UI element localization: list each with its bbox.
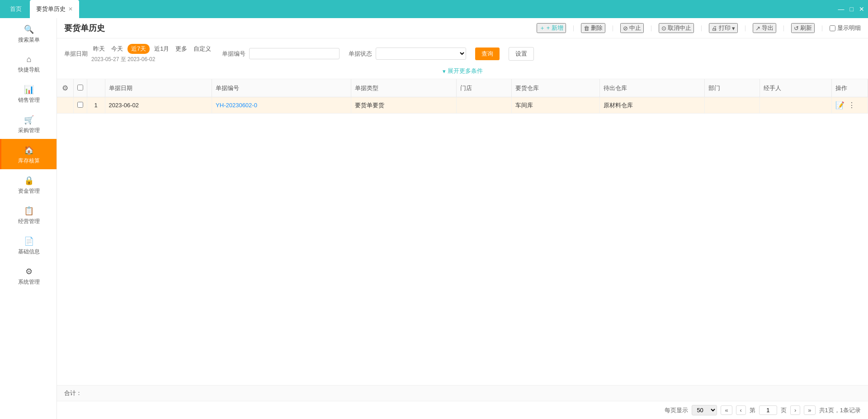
new-button[interactable]: ＋ + 新增 xyxy=(537,23,566,33)
display-detail-toggle[interactable]: 显示明细 xyxy=(830,24,861,32)
date-opt-today[interactable]: 今天 xyxy=(109,44,125,53)
new-label: + 新增 xyxy=(547,24,563,32)
row-type-cell: 要货单要货 xyxy=(351,97,456,114)
maximize-icon[interactable]: □ xyxy=(850,5,854,13)
divider7: ｜ xyxy=(819,24,825,32)
date-opt-custom[interactable]: 自定义 xyxy=(192,44,213,53)
date-opt-yesterday[interactable]: 昨天 xyxy=(91,44,107,53)
row-department-cell xyxy=(705,97,760,114)
col-store-header: 门店 xyxy=(456,79,511,97)
refresh-icon: ↺ xyxy=(794,25,799,32)
divider6: ｜ xyxy=(781,24,787,32)
tab-order-history[interactable]: 要货单历史 ✕ xyxy=(30,0,79,18)
delete-icon: 🗑 xyxy=(584,25,590,32)
next-page-button[interactable]: › xyxy=(790,405,800,415)
sidebar-item-finance[interactable]: 🔒 资金管理 xyxy=(0,169,57,200)
sidebar-label-basicinfo: 基础信息 xyxy=(18,248,40,256)
settings-button[interactable]: 设置 xyxy=(509,47,534,61)
close-icon[interactable]: ✕ xyxy=(859,5,864,13)
display-detail-checkbox[interactable] xyxy=(830,25,835,31)
col-waitwarehouse-header: 待出仓库 xyxy=(600,79,705,97)
sidebar-item-sales[interactable]: 📊 销售管理 xyxy=(0,78,57,109)
filter-row: 单据日期 昨天 今天 近7天 近1月 更多 自定义 2023-05-27 至 2… xyxy=(64,44,861,63)
table-container: ⚙ 单据日期 单据编号 xyxy=(57,79,868,385)
date-filter-group: 单据日期 昨天 今天 近7天 近1月 更多 自定义 2023-05-27 至 2… xyxy=(64,44,213,63)
current-page-input[interactable]: 1 xyxy=(759,405,777,415)
print-button[interactable]: 🖨 打印 ▾ xyxy=(709,23,738,33)
refresh-button[interactable]: ↺ 刷新 xyxy=(791,23,815,33)
status-label: 单据状态 xyxy=(349,50,372,58)
sales-icon: 📊 xyxy=(24,85,34,95)
row-num: 1 xyxy=(94,102,97,109)
delete-label: 删除 xyxy=(591,24,603,32)
row-actions: 📝 ⋮ xyxy=(835,101,864,110)
first-page-button[interactable]: « xyxy=(721,405,732,415)
prev-page-button[interactable]: ‹ xyxy=(736,405,746,415)
search-button[interactable]: 查询 xyxy=(475,48,500,60)
col-settings-icon[interactable]: ⚙ xyxy=(62,84,68,92)
divider5: ｜ xyxy=(742,24,748,32)
purchase-icon: 🛒 xyxy=(24,115,34,125)
sidebar-label-sales: 销售管理 xyxy=(18,96,40,104)
divider1: ｜ xyxy=(571,24,576,32)
sidebar-item-basicinfo[interactable]: 📄 基础信息 xyxy=(0,230,57,260)
select-all-checkbox[interactable] xyxy=(77,85,83,90)
sidebar-item-search[interactable]: 🔍 搜索菜单 xyxy=(0,18,57,48)
col-ordernum-header: 单据编号 xyxy=(212,79,351,97)
page-header: 要货单历史 ＋ + 新增 ｜ 🗑 删除 ｜ ⊘ 中止 ｜ ⊙ xyxy=(57,18,868,38)
per-page-label: 每页显示 xyxy=(665,406,688,414)
print-dropdown-icon: ▾ xyxy=(732,25,735,32)
system-icon: ⚙ xyxy=(25,267,33,276)
basicinfo-icon: 📄 xyxy=(24,236,34,246)
sidebar-item-operation[interactable]: 📋 经营管理 xyxy=(0,200,57,230)
cancel-suspend-button[interactable]: ⊙ 取消中止 xyxy=(659,23,694,33)
row-more-icon[interactable]: ⋮ xyxy=(848,101,855,110)
tab-order-history-label: 要货单历史 xyxy=(36,5,66,13)
tab-close-icon[interactable]: ✕ xyxy=(68,6,73,12)
tab-home[interactable]: 首页 xyxy=(4,0,28,18)
minimize-icon[interactable]: — xyxy=(838,5,844,13)
tab-home-label: 首页 xyxy=(10,5,22,13)
sidebar-label-inventory: 库存核算 xyxy=(18,157,40,165)
page-prefix-label: 第 xyxy=(750,406,755,414)
row-reqwarehouse: 车间库 xyxy=(515,102,533,109)
status-select[interactable] xyxy=(376,48,466,60)
divider3: ｜ xyxy=(648,24,654,32)
export-icon: ↗ xyxy=(755,25,760,32)
delete-button[interactable]: 🗑 删除 xyxy=(581,23,605,33)
last-page-button[interactable]: » xyxy=(804,405,815,415)
date-range-display: 2023-05-27 至 2023-06-02 xyxy=(91,56,213,63)
sidebar-item-system[interactable]: ⚙ 系统管理 xyxy=(0,260,57,290)
sidebar: 🔍 搜索菜单 ⌂ 快捷导航 📊 销售管理 🛒 采购管理 🏠 库存核算 🔒 资金管… xyxy=(0,18,57,419)
expand-more-btn[interactable]: ▾ 展开更多条件 xyxy=(64,67,861,75)
sidebar-item-inventory[interactable]: 🏠 库存核算 xyxy=(0,139,57,169)
sidebar-item-purchase[interactable]: 🛒 采购管理 xyxy=(0,109,57,139)
order-num-input[interactable] xyxy=(249,48,340,59)
date-filter-label: 单据日期 xyxy=(64,50,88,58)
expand-more-label: 展开更多条件 xyxy=(448,67,483,75)
per-page-select[interactable]: 10 20 50 100 xyxy=(692,405,717,415)
total-info: 共1页，1条记录 xyxy=(819,406,861,414)
date-opt-1month[interactable]: 近1月 xyxy=(152,44,171,53)
row-ordernum-link[interactable]: YH-20230602-0 xyxy=(216,102,257,109)
date-opt-more[interactable]: 更多 xyxy=(174,44,189,53)
date-opt-7days[interactable]: 近7天 xyxy=(127,44,150,54)
top-bar: 首页 要货单历史 ✕ — □ ✕ xyxy=(0,0,868,18)
display-detail-label: 显示明细 xyxy=(837,24,861,32)
col-settings-header: ⚙ xyxy=(57,79,73,97)
sidebar-item-quicknav[interactable]: ⌂ 快捷导航 xyxy=(0,48,57,78)
inventory-icon: 🏠 xyxy=(24,145,34,155)
refresh-label: 刷新 xyxy=(800,24,812,32)
main-layout: 🔍 搜索菜单 ⌂ 快捷导航 📊 销售管理 🛒 采购管理 🏠 库存核算 🔒 资金管… xyxy=(0,18,868,419)
window-controls: — □ ✕ xyxy=(838,5,864,13)
col-type-header: 单据类型 xyxy=(351,79,456,97)
export-button[interactable]: ↗ 导出 xyxy=(753,23,776,33)
row-date-cell: 2023-06-02 xyxy=(105,97,212,114)
col-operations-header: 操作 xyxy=(832,79,868,97)
row-edit-icon[interactable]: 📝 xyxy=(835,101,844,110)
sidebar-label-system: 系统管理 xyxy=(18,278,40,286)
row-checkbox[interactable] xyxy=(77,102,83,108)
home-icon: ⌂ xyxy=(27,55,32,64)
suspend-button[interactable]: ⊘ 中止 xyxy=(620,23,644,33)
divider2: ｜ xyxy=(610,24,616,32)
